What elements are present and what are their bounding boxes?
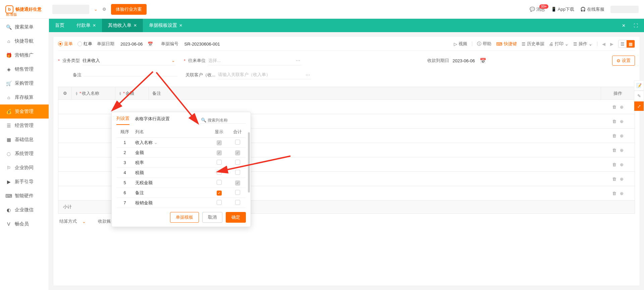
nav-hardware[interactable]: ⌨智能硬件 [0,189,49,203]
linked-customer-input[interactable]: 请输入关联客户（收入单）⋯ [217,70,311,79]
app-download-link[interactable]: 📱 App下载 [551,6,574,12]
remark-input[interactable] [84,73,177,76]
nav-marketing[interactable]: 🎁营销推广 [0,48,49,62]
nav-member[interactable]: V畅会员 [0,217,49,231]
tab-home[interactable]: 首页 [49,19,70,32]
popup-tab-columns[interactable]: 列设置 [116,116,129,125]
calendar-icon[interactable]: 📅 [480,58,486,64]
messages-link[interactable]: 💬 消息 99+ [530,6,545,12]
popup-column-row[interactable]: 6备注✓ [116,188,246,198]
copy-icon[interactable]: ⊕ [620,104,624,110]
th-remark[interactable]: 备注 [149,87,601,99]
settings-button[interactable]: ⚙设置 [612,56,635,66]
history-link[interactable]: ☰历史单据 [522,41,544,47]
radio-red[interactable]: 红单 [77,41,92,47]
popup-tab-font[interactable]: 表格字体行高设置 [135,116,170,125]
copy-icon[interactable]: ⊕ [620,148,624,153]
delete-icon[interactable]: 🗑 [612,133,616,138]
delete-icon[interactable]: 🗑 [612,104,616,110]
gear-icon[interactable]: ⚙ [102,7,106,12]
nav-newbie[interactable]: ▶新手引导 [0,175,49,189]
try-industry-button[interactable]: 体验行业方案 [111,4,147,15]
chevron-down-icon[interactable]: ⌄ [94,7,98,12]
checkbox-icon[interactable]: ✓ [235,150,240,155]
checkbox-icon[interactable]: ✓ [217,140,222,145]
popup-ok-button[interactable]: 确定 [226,212,246,223]
chevron-down-icon[interactable]: ⌄ [82,219,86,224]
checkbox-icon[interactable]: ✓ [235,180,240,186]
checkbox-icon[interactable] [235,160,240,165]
float-note-icon[interactable]: 📝 [634,80,644,90]
fullscreen-icon[interactable]: ⛶ [631,21,640,30]
delete-icon[interactable]: 🗑 [612,148,616,153]
checkbox-icon[interactable] [217,160,222,165]
party-select[interactable]: 选择...⋯ [208,56,302,65]
popup-template-button[interactable]: 单据模板 [170,212,199,223]
nav-base-info[interactable]: ▦基础信息 [0,133,49,147]
popup-column-row[interactable]: 5无税金额✓ [116,178,246,188]
prev-icon[interactable]: ◀ [602,42,605,47]
shortcut-link[interactable]: ⌨快捷键 [496,41,517,47]
copy-icon[interactable]: ⊕ [620,119,624,124]
tab-payment[interactable]: 付款单✕ [70,19,102,32]
nav-inventory[interactable]: ⌂库存核算 [0,90,49,104]
doc-date-value[interactable]: 2023-06-06 [120,42,143,47]
checkbox-icon[interactable] [235,170,240,175]
close-icon[interactable]: ✕ [133,23,137,28]
delete-icon[interactable]: 🗑 [612,119,616,124]
nav-purchase[interactable]: 🛒采购管理 [0,76,49,90]
org-selector-placeholder[interactable] [52,5,89,14]
nav-search-menu[interactable]: 🔍搜索菜单 [0,20,49,34]
float-expand-icon[interactable]: ⤢ [634,101,644,111]
th-income-name[interactable]: ▲▼*收入名称 [72,87,115,99]
due-date-value[interactable]: 2023-06-06 [452,58,475,63]
checkbox-icon[interactable] [217,170,222,175]
nav-collab[interactable]: ⚐企业协同 [0,161,49,175]
checkbox-icon[interactable] [235,200,240,205]
help-link[interactable]: ⓘ帮助 [477,41,491,47]
nav-wechat[interactable]: ◐企业微信 [0,203,49,217]
view-grid-icon[interactable]: ▦ [627,40,635,48]
operate-link[interactable]: ☰操作⌄ [573,41,592,47]
view-list-icon[interactable]: ☰ [619,40,627,48]
tab-template[interactable]: 单据模板设置✕ [143,19,189,32]
video-link[interactable]: ▷视频 [454,41,467,47]
biz-type-select[interactable]: 往来收入⌄ [82,56,176,65]
nav-funds[interactable]: 💰资金管理 [0,104,49,119]
copy-icon[interactable]: ⊕ [620,191,624,196]
th-amount[interactable]: ▲▼*金额 [115,87,149,99]
calendar-icon[interactable]: 📅 [148,42,153,47]
checkbox-icon[interactable] [235,140,240,145]
tab-other-income[interactable]: 其他收入单✕ [102,19,143,32]
customer-service-link[interactable]: 🎧 在线客服 [580,6,604,12]
close-all-icon[interactable]: ✕ [619,21,628,30]
close-icon[interactable]: ✕ [93,23,96,28]
checkbox-icon[interactable] [217,180,222,185]
nav-sales[interactable]: ◈销售管理 [0,62,49,76]
next-icon[interactable]: ▶ [610,42,613,47]
print-link[interactable]: 🖨打印⌄ [549,41,569,47]
checkbox-icon[interactable]: ✓ [217,191,222,196]
popup-search[interactable]: 🔍 [200,117,246,124]
column-settings-trigger[interactable]: ⚙ [58,87,72,99]
copy-icon[interactable]: ⊕ [620,162,624,167]
float-edit-icon[interactable]: ✎ [634,91,644,101]
copy-icon[interactable]: ⊕ [620,176,624,182]
nav-quick[interactable]: ⌂快捷导航 [0,34,49,48]
user-placeholder[interactable] [610,6,639,13]
popup-column-row[interactable]: 3税率 [116,158,246,168]
popup-column-row[interactable]: 1收入名称 ⌄✓ [116,138,246,148]
nav-system[interactable]: ◌系统管理 [0,147,49,161]
popup-search-input[interactable] [208,118,245,123]
close-icon[interactable]: ✕ [179,23,182,28]
nav-management[interactable]: ☰经营管理 [0,119,49,133]
copy-icon[interactable]: ⊕ [620,133,624,138]
popup-cancel-button[interactable]: 取消 [202,212,222,223]
delete-icon[interactable]: 🗑 [612,162,616,167]
checkbox-icon[interactable]: ✓ [217,150,222,155]
checkbox-icon[interactable] [235,190,240,195]
popup-column-row[interactable]: 4税额 [116,168,246,178]
popup-column-row[interactable]: 7核销金额 [116,198,246,208]
radio-blue[interactable]: 蓝单 [58,41,73,47]
popup-column-row[interactable]: 2金额✓✓ [116,148,246,158]
